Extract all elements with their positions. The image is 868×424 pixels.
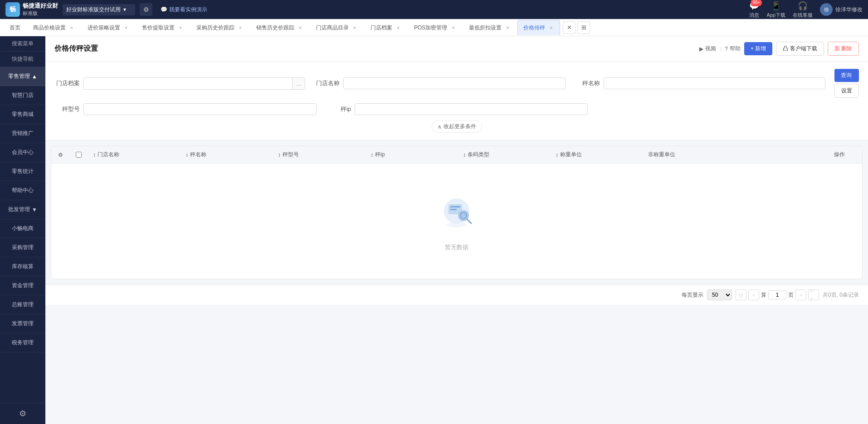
tab-close-sales-history[interactable]: × [297,24,303,31]
tab-bar-controls: ✕ ⊞ [563,21,590,34]
tab-sales-history[interactable]: 销售历史价跟踪 × [250,20,309,35]
sidebar-item-retail-stats[interactable]: 零售统计 [0,162,45,181]
video-help-link[interactable]: ▶ 视频 | ? 帮助 [699,45,741,53]
tab-close-purchase-strategy[interactable]: × [123,24,129,31]
tab-close-store-catalog[interactable]: × [351,24,358,31]
download-client-button[interactable]: 凸 客户端下载 [776,42,824,56]
last-page-button[interactable]: ＞＞ [808,289,819,300]
th-weight-unit[interactable]: ↕ 称重单位 [550,146,643,163]
tab-close-price-setting[interactable]: × [68,24,75,31]
next-page-button[interactable]: ＞ [795,289,806,300]
tab-close-purchase-history[interactable]: × [237,24,244,31]
store-name-field: 门店名称 [314,77,565,89]
tab-purchase-history[interactable]: 采购历史价跟踪 × [190,20,249,35]
sidebar-item-finance[interactable]: 资金管理 [0,276,45,295]
per-page-select[interactable]: 50 10 20 100 [707,289,732,300]
app-download-button[interactable]: 📱 App下载 [766,1,785,19]
sidebar: 搜索菜单 快捷导航 零售管理 ▲ 智慧门店 零售商城 营销推广 会员中心 零售统… [0,36,45,424]
prev-page-button[interactable]: ＜ [748,289,759,300]
tab-close-all-button[interactable]: ✕ [563,21,575,34]
store-archive-field: 门店档案 ... [54,77,305,90]
collapse-button[interactable]: ∧ 收起更多条件 [432,120,482,133]
message-button[interactable]: 💬 99+ 消息 [749,1,759,19]
sidebar-item-general-ledger[interactable]: 总账管理 [0,295,45,314]
page-suffix: 页 [788,291,794,299]
user-info[interactable]: 徐 徐泽华修改 [820,3,863,16]
store-archive-label: 门店档案 [54,79,80,87]
tab-min-discount[interactable]: 最低折扣设置 × [463,20,517,35]
tab-close-pos-management[interactable]: × [450,24,456,31]
demo-button[interactable]: 💬 我要看实例演示 [161,6,207,14]
sidebar-item-retail[interactable]: 零售管理 ▲ [0,67,45,86]
sidebar-item-retail-mall[interactable]: 零售商城 [0,105,45,124]
sidebar-item-invoice[interactable]: 发票管理 [0,314,45,333]
th-barcode-type[interactable]: ↕ 条码类型 [458,146,550,163]
sidebar-item-smart-store[interactable]: 智慧门店 [0,86,45,105]
sidebar-item-ecommerce[interactable]: 小畅电商 [0,219,45,238]
scale-ip-label: 秤ip [326,105,351,113]
sidebar-item-marketing[interactable]: 营销推广 [0,124,45,143]
tab-purchase-strategy[interactable]: 进价策略设置 × [82,20,135,35]
sidebar-item-wholesale[interactable]: 批发管理 ▼ [0,200,45,219]
tab-store-archive[interactable]: 门店档案 × [365,20,407,35]
tab-home[interactable]: 首页 [4,20,26,35]
sidebar-search[interactable]: 搜索菜单 [0,36,45,52]
avatar: 徐 [820,3,833,16]
scale-name-input[interactable] [604,77,825,89]
tab-sale-extract[interactable]: 售价提取设置 × [136,20,190,35]
tab-bar: 首页 商品价格设置 × 进价策略设置 × 售价提取设置 × 采购历史价跟踪 × … [0,19,868,36]
main-layout: 搜索菜单 快捷导航 零售管理 ▲ 智慧门店 零售商城 营销推广 会员中心 零售统… [0,36,868,424]
sidebar-item-help[interactable]: 帮助中心 [0,181,45,200]
tab-store-catalog[interactable]: 门店商品目录 × [310,20,364,35]
page-label: 算 [761,291,766,299]
scale-name-field: 秤名称 [575,77,825,89]
tab-close-price-scale[interactable]: × [548,24,554,31]
pagination: 每页显示 50 10 20 100 ⟨⟨ ＜ 算 页 ＞ ＞＞ 共0页, 0条记… [45,284,868,305]
store-archive-input[interactable] [84,78,292,89]
sidebar-item-tax[interactable]: 税务管理 [0,333,45,352]
scale-ip-field: 秤ip [326,103,588,115]
sidebar-quicknav[interactable]: 快捷导航 [0,52,45,67]
add-button[interactable]: + 新增 [744,42,772,55]
th-non-weight-unit[interactable]: 非称重单位 [643,146,817,163]
tab-close-store-archive[interactable]: × [395,24,401,31]
tab-close-sale-extract[interactable]: × [177,24,184,31]
empty-state: 暂无数据 [51,164,862,279]
th-settings[interactable]: ⚙ [51,147,69,163]
sidebar-settings-button[interactable]: ⚙ [0,403,45,424]
select-all-checkbox[interactable] [76,152,82,158]
sidebar-item-member[interactable]: 会员中心 [0,143,45,162]
tab-close-min-discount[interactable]: × [504,24,511,31]
user-name: 徐泽华修改 [835,6,863,14]
online-service-button[interactable]: 🎧 在线客服 [793,1,813,19]
th-store-name[interactable]: ↕ 门店名称 [88,146,180,163]
scale-model-input[interactable] [83,103,317,115]
svg-line-6 [467,219,471,223]
page-input[interactable] [768,290,786,299]
version-selector[interactable]: 好业财标准版交付试用 ▾ [63,4,135,15]
th-scale-name[interactable]: ↕ 秤名称 [180,146,273,163]
tab-pos-management[interactable]: POS加密管理 × [408,20,462,35]
content-area: 价格传秤设置 ▶ 视频 | ? 帮助 + 新增 凸 客户端下载 面 删除 [45,36,868,424]
empty-icon [434,191,479,236]
page-title: 价格传秤设置 [54,44,98,53]
store-name-input[interactable] [343,77,565,89]
sidebar-item-inventory[interactable]: 库存核算 [0,257,45,276]
query-button[interactable]: 查询 [834,69,859,82]
settings-query-button[interactable]: 设置 [834,84,859,98]
store-archive-dots-button[interactable]: ... [292,78,305,89]
app-logo: 畅 畅捷通好业财 标准版 [5,2,58,17]
first-page-button[interactable]: ⟨⟨ [736,289,746,300]
delete-button[interactable]: 面 删除 [828,42,859,56]
store-archive-input-wrapper[interactable]: ... [83,77,305,90]
tab-price-setting[interactable]: 商品价格设置 × [27,20,81,35]
scale-ip-input[interactable] [355,103,588,115]
th-scale-model[interactable]: ↕ 秤型号 [273,146,365,163]
th-scale-ip[interactable]: ↕ 秤ip [365,146,458,163]
selector-settings-button[interactable]: ⚙ [140,3,152,16]
tab-price-scale[interactable]: 价格传秤 × [517,20,560,35]
search-panel: 门店档案 ... 门店名称 秤名称 查询 [45,62,868,140]
sidebar-item-purchase[interactable]: 采购管理 [0,238,45,257]
tab-menu-button[interactable]: ⊞ [577,21,590,34]
page-total: 共0页, 0条记录 [823,291,859,299]
